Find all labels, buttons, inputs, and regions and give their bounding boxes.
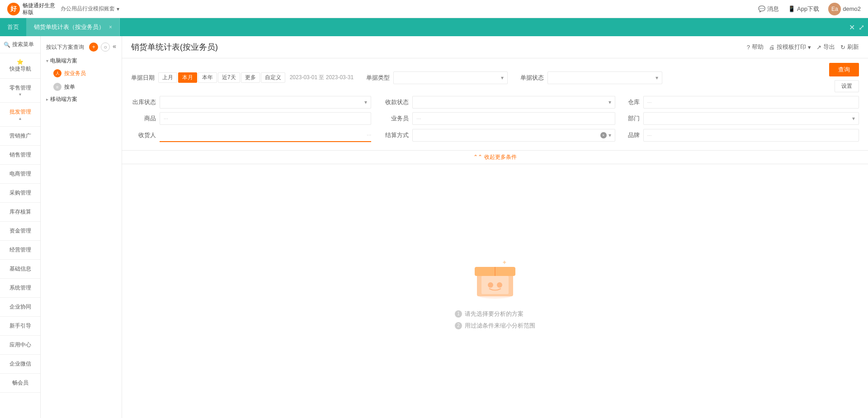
app-download-action[interactable]: 📱 App下载 [788, 5, 819, 13]
empty-text-list: 1 请先选择要分析的方案 2 用过滤条件来缩小分析范围 [455, 308, 535, 332]
salesman-scheme-icon: 人 [53, 69, 61, 77]
sidebar-item-retail[interactable]: 零售管理 ▾ [0, 79, 40, 103]
sidebar-item-operations[interactable]: 经营管理 [0, 241, 40, 260]
date-btn-this-year[interactable]: 本年 [198, 72, 217, 83]
doc-status-select[interactable]: ▾ [547, 71, 662, 84]
user-avatar[interactable]: Ea demo2 [828, 3, 861, 15]
query-button[interactable]: 查询 [829, 63, 859, 76]
collapse-bar[interactable]: ⌃⌃ 收起更多条件 [122, 151, 868, 164]
scheme-item-by-order[interactable]: ≡ 按单 [41, 80, 122, 94]
svg-rect-2 [481, 276, 509, 294]
out-status-label: 出库状态 [131, 98, 156, 106]
scheme-category-mobile[interactable]: ▸ 移动端方案 [41, 94, 122, 105]
sidebar-item-system[interactable]: 系统管理 [0, 279, 40, 298]
date-btn-this-month[interactable]: 本月 [178, 72, 197, 83]
date-label: 单据日期 [131, 74, 155, 82]
svg-point-7 [488, 282, 493, 288]
step-2-num: 2 [455, 322, 462, 329]
warehouse-label: 仓库 [628, 98, 640, 106]
sidebar-search[interactable]: 🔍 搜索菜单 [0, 36, 40, 53]
refresh-icon: ↻ [840, 44, 845, 51]
refresh-action[interactable]: ↻ 刷新 [840, 43, 859, 51]
tab-sales-stat[interactable]: 销货单统计表（按业务员） × [27, 18, 120, 36]
step-1-num: 1 [455, 310, 462, 318]
empty-state: ✦ ✦ 1 请先选择要分析的方案 [122, 164, 868, 418]
scheme-collapse-btn[interactable]: « [113, 43, 116, 52]
empty-illustration: ✦ ✦ [468, 251, 522, 301]
help-action[interactable]: ? 帮助 [747, 43, 764, 51]
salesman-select[interactable]: ··· [412, 112, 615, 125]
sidebar-item-purchase[interactable]: 采购管理 [0, 184, 40, 203]
phone-icon: 📱 [788, 5, 795, 12]
order-scheme-icon: ≡ [53, 83, 61, 91]
scheme-item-by-salesman[interactable]: 人 按业务员 [41, 66, 122, 80]
date-btn-7days[interactable]: 近7天 [218, 72, 240, 83]
tab-close-icon[interactable]: × [109, 24, 112, 30]
page-layout: 按以下方案查询 + ○ « ▾ 电脑端方案 人 按业务员 ≡ 按单 [41, 36, 868, 418]
dept-select[interactable]: ▾ [643, 112, 859, 125]
sidebar-item-ecommerce[interactable]: 电商管理 [0, 165, 40, 184]
sidebar-item-newbie[interactable]: 新手引导 [0, 317, 40, 336]
help-icon: ? [747, 44, 750, 51]
sidebar-item-marketing[interactable]: 营销推广 [0, 127, 40, 146]
brand-select[interactable]: ··· [643, 129, 859, 142]
date-btn-more[interactable]: 更多 [241, 72, 260, 83]
page-header-actions: ? 帮助 🖨 按模板打印 ▾ ↗ 导出 ↻ 刷新 [747, 43, 859, 57]
filter-goods: 商品 ··· [131, 112, 371, 125]
filter-row-3: 商品 ··· 业务员 ··· 部门 [131, 112, 859, 125]
export-action[interactable]: ↗ 导出 [816, 43, 835, 51]
settlement-clear-icon[interactable]: × [600, 132, 607, 138]
date-btn-custom[interactable]: 自定义 [261, 72, 285, 83]
svg-text:✦: ✦ [508, 269, 511, 274]
warehouse-select[interactable]: ··· [643, 96, 859, 109]
message-action[interactable]: 💬 消息 [758, 5, 779, 13]
goods-select[interactable]: ··· [160, 112, 371, 125]
filter-settlement: 结算方式 × ▾ [375, 129, 615, 142]
date-btn-last-month[interactable]: 上月 [158, 72, 177, 83]
filter-row-4: 收货人 ··· 结算方式 × ▾ [131, 128, 859, 142]
sidebar-item-finance[interactable]: 资金管理 [0, 222, 40, 241]
scheme-category-desktop[interactable]: ▾ 电脑端方案 [41, 55, 122, 66]
avatar: Ea [828, 3, 841, 15]
filter-salesman: 业务员 ··· [375, 112, 615, 125]
scheme-actions: + ○ « [89, 43, 116, 52]
empty-step-2: 2 用过滤条件来缩小分析范围 [455, 320, 535, 332]
search-icon: 🔍 [4, 42, 10, 48]
collapse-icon: ⌃⌃ [473, 154, 484, 160]
print-action[interactable]: 🖨 按模板打印 ▾ [769, 43, 811, 51]
settlement-select[interactable]: × ▾ [412, 129, 615, 142]
sidebar-item-basic-info[interactable]: 基础信息 [0, 260, 40, 279]
sidebar-item-app-center[interactable]: 应用中心 [0, 336, 40, 355]
sidebar-item-member[interactable]: 畅会员 [0, 374, 40, 393]
doc-type-label: 单据类型 [366, 74, 390, 82]
tab-bar: 首页 销货单统计表（按业务员） × ✕ ⤢ [0, 18, 868, 36]
page-title: 销货单统计表(按业务员) [131, 42, 218, 58]
scheme-edit-btn[interactable]: ○ [101, 43, 110, 52]
breadcrumb[interactable]: 办公用品行业模拟账套 ▾ [61, 5, 119, 13]
logo-icon: 好 [7, 3, 20, 15]
settings-button[interactable]: 设置 [835, 80, 859, 92]
filter-doc-type-group: 单据类型 ▾ [357, 71, 508, 84]
out-status-select[interactable]: ▾ [160, 96, 371, 109]
filter-out-status: 出库状态 ▾ [131, 96, 371, 109]
payment-status-select[interactable]: ▾ [412, 96, 615, 109]
tab-home[interactable]: 首页 [0, 18, 27, 36]
sidebar-item-enterprise[interactable]: 企业协同 [0, 298, 40, 317]
sidebar-item-wechat[interactable]: 企业微信 [0, 355, 40, 374]
date-range-text: 2023-03-01 至 2023-03-31 [290, 74, 354, 81]
message-icon: 💬 [758, 5, 765, 12]
tab-close-window-icon[interactable]: ✕ [849, 23, 855, 32]
out-status-arrow-icon: ▾ [364, 99, 367, 105]
scheme-add-btn[interactable]: + [89, 43, 98, 52]
main-layout: 🔍 搜索菜单 ⭐ 快捷导航 零售管理 ▾ 批发管理 ▴ 营销推广 销售管理 电商… [0, 36, 868, 418]
sidebar-item-quick-nav[interactable]: ⭐ 快捷导航 [0, 53, 40, 79]
sidebar-item-wholesale[interactable]: 批发管理 ▴ [0, 103, 40, 127]
doc-status-arrow-icon: ▾ [656, 75, 658, 81]
tab-maximize-icon[interactable]: ⤢ [859, 23, 864, 32]
page-header: 销货单统计表(按业务员) ? 帮助 🖨 按模板打印 ▾ ↗ 导出 [122, 36, 868, 58]
sidebar-item-sales[interactable]: 销售管理 [0, 146, 40, 165]
consignee-input[interactable] [160, 128, 367, 141]
doc-type-select[interactable]: ▾ [393, 71, 508, 84]
sidebar-item-inventory[interactable]: 库存核算 [0, 203, 40, 222]
scheme-panel-header: 按以下方案查询 + ○ « [41, 41, 122, 55]
